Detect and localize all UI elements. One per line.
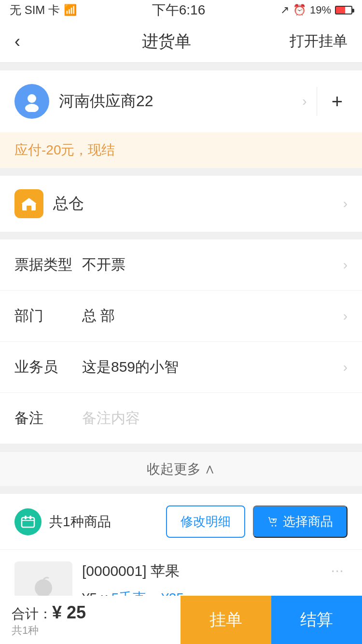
- warehouse-name: 总仓: [53, 193, 343, 214]
- warehouse-icon: [14, 189, 43, 218]
- svg-point-1: [25, 104, 39, 112]
- location-icon: ↗: [280, 4, 289, 16]
- battery-percent: 19%: [310, 4, 331, 16]
- collapse-bar[interactable]: 收起更多 ∧: [0, 451, 362, 486]
- total-count: 共1种: [12, 623, 169, 638]
- department-label: 部门: [14, 306, 72, 326]
- salesman-value: 这是859的小智: [72, 357, 343, 377]
- select-product-label: 选择商品: [283, 513, 333, 530]
- chevron-right-icon: ›: [343, 308, 348, 324]
- total-label: 合计：: [12, 605, 52, 623]
- hang-label: 挂单: [209, 609, 242, 631]
- product-count: 共1种商品: [49, 513, 166, 531]
- invoice-type-label: 票据类型: [14, 255, 72, 275]
- supplier-card: 河南供应商22 › + 应付-20元，现结: [0, 70, 362, 168]
- form-card: 票据类型 不开票 › 部门 总 部 › 业务员 这是859的小智 › 备注 备注…: [0, 239, 362, 444]
- svg-point-8: [272, 525, 273, 526]
- edit-detail-button[interactable]: 修改明细: [166, 505, 245, 538]
- select-product-button[interactable]: 选择商品: [253, 505, 348, 538]
- battery-icon: [335, 6, 352, 14]
- svg-rect-4: [27, 206, 31, 210]
- svg-rect-5: [22, 518, 34, 527]
- carrier-text: 无 SIM 卡: [10, 2, 60, 18]
- warehouse-row[interactable]: 总仓 ›: [0, 176, 362, 232]
- wifi-icon: 📶: [64, 4, 77, 16]
- chevron-right-icon: ›: [343, 360, 348, 375]
- checkout-label: 结算: [300, 609, 333, 631]
- add-supplier-button[interactable]: +: [327, 91, 348, 112]
- svg-point-9: [275, 525, 277, 526]
- chevron-right-icon: ›: [343, 257, 348, 273]
- nav-bar: ‹ 进货单 打开挂单: [0, 20, 362, 63]
- collapse-label: 收起更多 ∧: [147, 460, 216, 478]
- department-row[interactable]: 部门 总 部 ›: [0, 291, 362, 342]
- salesman-row[interactable]: 业务员 这是859的小智 ›: [0, 342, 362, 393]
- chevron-right-icon: ›: [343, 196, 348, 211]
- supplier-name: 河南供应商22: [59, 91, 302, 112]
- svg-point-0: [28, 94, 36, 103]
- salesman-label: 业务员: [14, 357, 72, 377]
- bottom-total: 合计： ¥ 25 共1种: [0, 596, 181, 644]
- notice-bar: 应付-20元，现结: [0, 132, 362, 168]
- product-name: [0000001] 苹果: [82, 561, 327, 581]
- invoice-type-row[interactable]: 票据类型 不开票 ›: [0, 239, 362, 291]
- svg-marker-3: [21, 198, 37, 204]
- total-amount: ¥ 25: [52, 602, 86, 623]
- product-code: [0000001] 苹果: [82, 563, 180, 579]
- product-menu-button[interactable]: ···: [327, 561, 348, 579]
- hang-button[interactable]: 挂单: [181, 596, 271, 644]
- supplier-row[interactable]: 河南供应商22 › +: [0, 70, 362, 132]
- status-left: 无 SIM 卡 📶: [10, 2, 77, 18]
- shopping-cart-icon: [267, 516, 279, 528]
- warehouse-card[interactable]: 总仓 ›: [0, 176, 362, 232]
- main-content: 河南供应商22 › + 应付-20元，现结 总仓 › 票据类型 不开票 ›: [0, 70, 362, 644]
- invoice-type-value: 不开票: [72, 255, 343, 275]
- remark-row[interactable]: 备注 备注内容: [0, 393, 362, 444]
- back-button[interactable]: ‹: [14, 31, 43, 52]
- page-title: 进货单: [142, 30, 191, 53]
- supplier-avatar: [14, 84, 49, 119]
- status-time: 下午6:16: [152, 1, 206, 19]
- product-icon: [14, 508, 42, 535]
- status-bar: 无 SIM 卡 📶 下午6:16 ↗ ⏰ 19%: [0, 0, 362, 20]
- divider: [317, 87, 317, 116]
- checkout-button[interactable]: 结算: [271, 596, 362, 644]
- remark-input[interactable]: 备注内容: [72, 408, 348, 428]
- chevron-right-icon: ›: [302, 94, 306, 109]
- open-hang-button[interactable]: 打开挂单: [290, 31, 348, 51]
- alarm-icon: ⏰: [293, 4, 306, 16]
- status-right: ↗ ⏰ 19%: [280, 4, 352, 16]
- department-value: 总 部: [72, 306, 343, 326]
- svg-rect-7: [29, 516, 31, 519]
- remark-label: 备注: [14, 408, 72, 428]
- bottom-bar: 合计： ¥ 25 共1种 挂单 结算: [0, 596, 362, 644]
- product-header: 共1种商品 修改明细 选择商品: [0, 494, 362, 550]
- svg-rect-6: [25, 516, 27, 519]
